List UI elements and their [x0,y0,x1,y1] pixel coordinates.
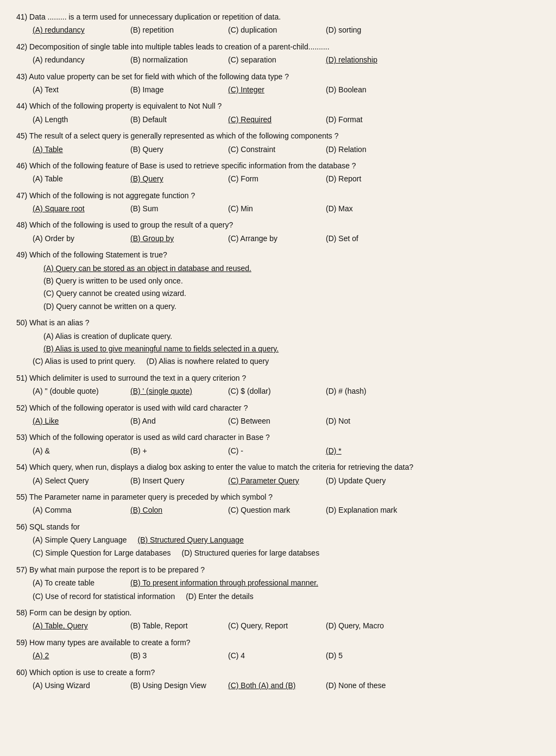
option: (A) Simple Query Language [33,534,127,546]
options-row: (A) To create table(B) To present inform… [16,577,540,589]
question-text: 49) Which of the following Statement is … [16,249,540,261]
question-block: 52) Which of the following operator is u… [16,402,540,427]
options-row: (A) Length(B) Default(C) Required(D) For… [16,114,540,125]
option: (A) Comma [33,504,119,516]
options-row: (C) Simple Question for Large databases(… [16,547,540,559]
option: (C) Query cannot be created using wizard… [16,287,540,299]
option: (A) Table [33,143,119,155]
option: (A) To create table [33,577,119,589]
options-row: (A) Comma(B) Colon(C) Question mark(D) E… [16,504,540,516]
question-text: 48) Which of the following is used to gr… [16,219,540,231]
option: (C) Arrange by [228,232,315,244]
option: (D) Explanation mark [326,504,413,516]
option: (D) Format [326,114,413,125]
question-block: 60) Which option is use to create a form… [16,666,540,692]
option: (C) separation [228,54,315,66]
option: (B) normalization [130,54,217,66]
option: (A) Text [33,84,119,96]
option: (C) Simple Question for Large databases [33,547,170,559]
options-row: (A) redundancy(B) normalization(C) separ… [16,54,540,66]
question-block: 50) What is an alias ?(A) Alias is creat… [16,317,540,368]
options-row: (A) redundancy(B) repetition(C) duplicat… [16,24,540,36]
option: (B) repetition [130,24,217,36]
option: (D) Query cannot be written on a query. [16,300,540,312]
options-row: (C) Alias is used to print query.(D) Ali… [16,355,540,367]
options-row: (A) Table(B) Query(C) Form(D) Report [16,173,540,185]
option: (B) Query is written to be used only onc… [16,275,540,287]
option: (D) Set of [326,232,413,244]
options-row: (A) &(B) +(C) -(D) * [16,445,540,457]
options-row: (A) 2(B) 3(C) 4(D) 5 [16,650,540,662]
option: (A) Select Query [33,475,119,487]
option: (D) Not [326,415,413,427]
option: (B) Query [130,143,217,155]
option: (C) Question mark [228,504,315,516]
option: (D) # (hash) [326,385,413,397]
option: (A) 2 [33,650,119,662]
option: (A) Table, Query [33,620,119,632]
options-row: (A) Order by(B) Group by(C) Arrange by(D… [16,232,540,244]
option: (A) Like [33,415,119,427]
question-text: 55) The Parameter name in parameter quer… [16,491,540,503]
question-text: 43) Auto value property can be set for f… [16,71,540,83]
question-text: 60) Which option is use to create a form… [16,666,540,678]
option: (D) Max [326,203,413,215]
question-text: 41) Data ......... is a term used for un… [16,11,540,23]
option: (B) To present information through profe… [130,577,318,589]
question-text: 57) By what main purpose the report is t… [16,564,540,576]
options-row: (A) Using Wizard(B) Using Design View(C)… [16,679,540,691]
option: (B) Colon [130,504,217,516]
question-block: 42) Decomposition of single table into m… [16,41,540,66]
option: (B) Image [130,84,217,96]
question-text: 56) SQL stands for [16,521,540,533]
question-text: 58) Form can be design by option. [16,607,540,619]
option: (B) Table, Report [130,620,217,632]
option: (B) Structured Query Language [138,534,244,546]
question-block: 58) Form can be design by option.(A) Tab… [16,607,540,632]
option: (D) * [326,445,413,457]
option: (D) Alias is nowhere related to query [147,355,269,367]
option: (A) Alias is creation of duplicate query… [16,330,540,342]
options-row: (A) Table, Query(B) Table, Report(C) Que… [16,620,540,632]
option: (B) 3 [130,650,217,662]
quiz-container: 41) Data ......... is a term used for un… [16,11,540,691]
question-text: 52) Which of the following operator is u… [16,402,540,414]
option: (D) Boolean [326,84,413,96]
question-text: 51) Which delimiter is used to surround … [16,372,540,384]
option: (C) 4 [228,650,315,662]
option: (C) duplication [228,24,315,36]
question-block: 54) Which query, when run, displays a di… [16,461,540,487]
option: (A) Query can be stored as an object in … [16,262,540,274]
question-text: 54) Which query, when run, displays a di… [16,461,540,473]
option: (A) Using Wizard [33,679,119,691]
option: (A) Length [33,114,119,125]
option: (B) And [130,415,217,427]
option: (C) Integer [228,84,315,96]
option: (A) Square root [33,203,119,215]
question-text: 45) The result of a select query is gene… [16,130,540,142]
option: (C) Constraint [228,143,315,155]
option: (D) Relation [326,143,413,155]
option: (C) - [228,445,315,457]
options-row: (A) Simple Query Language(B) Structured … [16,534,540,546]
options-row: (A) Like(B) And(C) Between(D) Not [16,415,540,427]
option: (A) Order by [33,232,119,244]
option: (B) Insert Query [130,475,217,487]
question-text: 44) Which of the following property is e… [16,100,540,112]
options-row: (A) Table(B) Query(C) Constraint(D) Rela… [16,143,540,155]
options-row: (A) " (double quote)(B) ' (single quote)… [16,385,540,397]
option: (D) sorting [326,24,413,36]
option: (A) " (double quote) [33,385,119,397]
option: (A) redundancy [33,54,119,66]
option: (C) Both (A) and (B) [228,679,315,691]
question-text: 42) Decomposition of single table into m… [16,41,540,53]
option: (C) Form [228,173,315,185]
option: (D) Enter the details [186,590,273,602]
option: (A) & [33,445,119,457]
question-block: 56) SQL stands for(A) Simple Query Langu… [16,521,540,559]
option: (D) Structured queries for large databse… [181,547,319,559]
option: (B) ' (single quote) [130,385,217,397]
question-block: 55) The Parameter name in parameter quer… [16,491,540,516]
option: (D) Query, Macro [326,620,413,632]
option: (D) Update Query [326,475,413,487]
